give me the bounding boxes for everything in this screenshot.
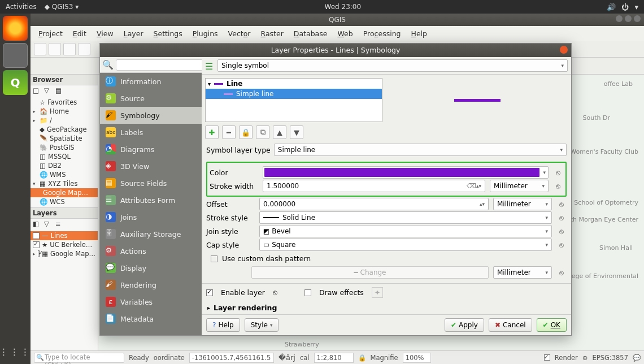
joinstyle-combo[interactable]: ◩ Bevel▾ <box>259 225 552 237</box>
strokestyle-datadefined-icon[interactable]: ⎋ <box>556 211 567 224</box>
tool-new[interactable] <box>34 43 46 55</box>
symbol-duplicate-button[interactable]: ⧉ <box>256 125 269 139</box>
menu-view[interactable]: View <box>92 28 118 39</box>
strokewidth-datadefined-icon[interactable]: ⎋ <box>553 180 563 192</box>
renderer-combo[interactable]: Single symbol▾ <box>217 59 568 72</box>
locate-input[interactable]: Type to locate (Ctrl+K) <box>34 353 124 363</box>
layer-rendering-section[interactable]: ▸Layer rendering <box>202 301 571 314</box>
strokewidth-field[interactable]: 1.500000⌫▴▾ <box>263 180 485 192</box>
status-render-checkbox[interactable] <box>544 354 550 361</box>
dash-unit[interactable]: Millimeter▾ <box>493 266 552 279</box>
draw-effects-button[interactable]: ✦ <box>372 287 383 298</box>
volume-icon[interactable]: 🔊 <box>607 3 616 11</box>
enable-layer-checkbox[interactable] <box>206 289 213 296</box>
layers-expand-icon[interactable]: ≡ <box>55 220 64 229</box>
menu-web[interactable]: Web <box>333 28 357 39</box>
joinstyle-datadefined-icon[interactable]: ⎋ <box>556 225 567 237</box>
menu-vector[interactable]: Vector <box>224 28 255 39</box>
status-crs-icon[interactable]: ⊕ <box>582 354 588 362</box>
window-max-icon[interactable] <box>625 15 632 22</box>
session-menu-icon[interactable]: ▾ <box>634 3 638 11</box>
launcher-files[interactable] <box>3 43 28 68</box>
menu-edit[interactable]: Edit <box>68 28 91 39</box>
category-attributesform[interactable]: ☰Attributes Form <box>100 192 202 209</box>
launcher-firefox[interactable] <box>3 16 28 41</box>
dash-datadefined-icon[interactable]: ⎋ <box>556 266 567 279</box>
category-rendering[interactable]: 🖌Rendering <box>100 276 202 293</box>
layer-ucberkeley[interactable]: ★ UC Berkele… <box>31 240 98 249</box>
color-datadefined-icon[interactable]: ⎋ <box>553 166 563 179</box>
status-scale[interactable]: 1:2,810 <box>314 353 354 363</box>
tree-item-spatialite[interactable]: 🪶 SpatiaLite <box>31 134 98 143</box>
capstyle-datadefined-icon[interactable]: ⎋ <box>556 239 567 251</box>
tree-item-favorites[interactable]: ☆ Favorites <box>31 98 98 107</box>
symbol-type-combo[interactable]: Simple line▾ <box>274 144 567 156</box>
category-auxstorage[interactable]: 🗄Auxiliary Storage <box>100 226 202 242</box>
category-symbology[interactable]: 🖌Symbology <box>100 107 202 124</box>
category-information[interactable]: ⓘInformation <box>100 73 202 90</box>
tool-open[interactable] <box>49 43 61 55</box>
layer-lines[interactable]: — Lines <box>31 231 98 240</box>
category-diagrams[interactable]: ◔Diagrams <box>100 141 202 158</box>
category-joins[interactable]: ◑Joins <box>100 209 202 226</box>
menu-help[interactable]: Help <box>406 28 432 39</box>
status-crs[interactable]: EPSG:3857 <box>592 354 628 362</box>
tree-item-wms[interactable]: 🌐 WMS <box>31 170 98 179</box>
layers-filter-icon[interactable]: ▽ <box>44 220 53 229</box>
category-display[interactable]: 💬Display <box>100 259 202 276</box>
category-3dview[interactable]: ◈3D View <box>100 158 202 175</box>
menu-project[interactable]: Project <box>34 28 67 39</box>
symbol-remove-button[interactable]: ━ <box>222 125 236 139</box>
offset-field[interactable]: 0.000000▴▾ <box>259 198 489 210</box>
launcher-qgis[interactable] <box>3 70 28 95</box>
category-variables[interactable]: εVariables <box>100 293 202 310</box>
strokewidth-unit[interactable]: Millimeter▾ <box>490 180 549 192</box>
tree-item-db2[interactable]: ◫ DB2 <box>31 161 98 170</box>
offset-unit[interactable]: Millimeter▾ <box>493 198 552 210</box>
tree-item-googlemap[interactable]: Google Map… <box>31 188 98 197</box>
cancel-button[interactable]: ✖Cancel <box>489 318 532 332</box>
clear-icon[interactable]: ⌫ <box>467 182 476 190</box>
color-swatch[interactable] <box>264 168 539 177</box>
draw-effects-checkbox[interactable] <box>304 289 311 296</box>
tree-item-postgis[interactable]: 🐘 PostGIS <box>31 143 98 152</box>
tool-saveas[interactable] <box>78 43 90 55</box>
category-labels[interactable]: abcLabels <box>100 124 202 141</box>
symbol-up-button[interactable]: ▲ <box>273 125 286 139</box>
symbol-down-button[interactable]: ▼ <box>290 125 303 139</box>
symbol-tree[interactable]: ▾Line Simple line <box>205 78 382 122</box>
tree-item-home[interactable]: ▸🏠 Home <box>31 107 98 116</box>
tool-save[interactable] <box>63 43 76 55</box>
status-coord[interactable]: -13610015.7,4561161.5 <box>189 353 274 363</box>
menu-settings[interactable]: Settings <box>149 28 187 39</box>
help-button[interactable]: ?Help <box>206 318 240 332</box>
symbol-lock-button[interactable]: 🔒 <box>239 125 253 139</box>
layers-style-icon[interactable]: ◧ <box>33 220 42 229</box>
app-menu[interactable]: ◆ QGIS3 ▾ <box>45 3 79 11</box>
browser-filter-icon[interactable]: ▽ <box>44 86 53 96</box>
symbol-add-button[interactable]: ✚ <box>205 125 219 139</box>
window-close-icon[interactable] <box>634 15 641 22</box>
layer-googlemap[interactable]: ▸ ▦ Google Map… <box>31 249 98 258</box>
menu-raster[interactable]: Raster <box>256 28 288 39</box>
ok-button[interactable]: ✔OK <box>537 318 567 332</box>
tree-item-geopackage[interactable]: ◆ GeoPackage <box>31 125 98 134</box>
category-source[interactable]: ⚙Source <box>100 90 202 107</box>
browser-collapse-icon[interactable]: ▤ <box>55 86 64 96</box>
tree-item-root[interactable]: ▸📁 / <box>31 116 98 125</box>
layer-gm-checkbox[interactable] <box>38 250 40 257</box>
browser-refresh-icon[interactable]: □ <box>33 86 42 96</box>
layer-lines-checkbox[interactable] <box>33 232 40 239</box>
launcher-apps-grid[interactable]: ⋮⋮⋮ <box>0 346 32 357</box>
symbol-tree-child[interactable]: Simple line <box>206 89 382 99</box>
enable-layer-datadefined-icon[interactable]: ⎋ <box>273 288 277 297</box>
offset-datadefined-icon[interactable]: ⎋ <box>556 198 567 210</box>
tree-item-xyztiles[interactable]: ▾▦ XYZ Tiles <box>31 179 98 188</box>
menu-plugins[interactable]: Plugins <box>188 28 223 39</box>
capstyle-combo[interactable]: ▭ Square▾ <box>259 239 552 251</box>
dash-checkbox[interactable] <box>211 255 217 262</box>
dialog-close-icon[interactable] <box>560 46 568 54</box>
style-button[interactable]: Style ▾ <box>245 318 279 332</box>
menu-processing[interactable]: Processing <box>359 28 406 39</box>
category-actions[interactable]: ⚙Actions <box>100 242 202 259</box>
